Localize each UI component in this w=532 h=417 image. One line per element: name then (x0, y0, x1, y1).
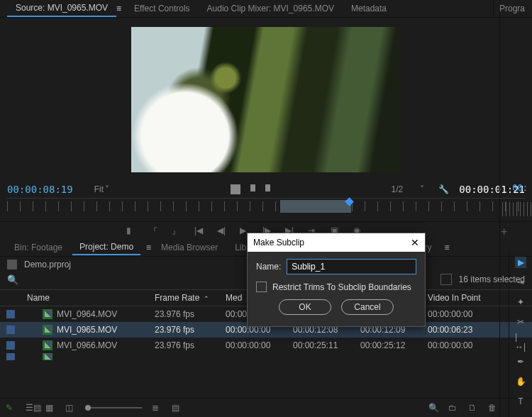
tab-project[interactable]: Project: Demo (72, 240, 140, 255)
cell-video-in: 00:00:06:23 (428, 325, 495, 335)
clip-name: MVI_0966.MOV (57, 340, 117, 350)
razor-tool-icon[interactable]: ✂ (515, 316, 526, 328)
source-monitor-tabs: Source: MVI_0965.MOV Effect Controls Aud… (0, 0, 532, 18)
cell-frame-rate: 23.976 fps (155, 325, 226, 335)
cell-media-dur: 00:00:25:12 (360, 340, 428, 350)
row-checkbox[interactable] (6, 341, 15, 350)
row-checkbox[interactable] (6, 326, 15, 334)
button-editor-icon[interactable]: + (501, 226, 511, 235)
dialog-title: Make Subclip (253, 238, 304, 248)
tab-media-browser[interactable]: Media Browser (154, 240, 225, 255)
program-time-ruler[interactable] (502, 202, 532, 216)
tool-panel: ▶ ⇥ ✦ ✂ |↔| ✒ ✋ T (509, 250, 532, 417)
source-time-ruler[interactable] (7, 198, 525, 221)
project-bottom-bar: ✎ ☰▤ ▦ ◫ ≣ ▤ 🔍 🗀 🗋 🗑 (0, 398, 532, 417)
ok-button[interactable]: OK (279, 299, 331, 315)
slip-tool-icon[interactable]: |↔| (515, 336, 526, 348)
go-to-in-icon[interactable]: |◀ (194, 226, 204, 235)
close-icon[interactable]: ✕ (411, 237, 419, 248)
cell-video-in: 00:00:00:00 (428, 340, 495, 350)
tab-source[interactable]: Source: MVI_0965.MOV (7, 0, 116, 17)
restrict-label: Restrict Trims To Subclip Boundaries (272, 282, 411, 292)
list-view-icon[interactable]: ☰▤ (26, 403, 35, 413)
table-row[interactable]: MVI_0966.MOV23.976 fps00:00:00:0000:00:2… (0, 338, 532, 353)
settings-icon[interactable]: 🔧 (438, 184, 449, 194)
cell-frame-rate: 23.976 fps (155, 309, 226, 319)
tab-audio-mixer[interactable]: Audio Clip Mixer: MVI_0965.MOV (199, 1, 343, 16)
mark-out-icon[interactable] (250, 184, 270, 191)
ruler-ticks (7, 201, 525, 211)
clip-icon (43, 309, 52, 319)
freeform-view-icon[interactable]: ◫ (65, 403, 75, 413)
new-item-icon[interactable] (440, 274, 452, 285)
selection-tool-icon[interactable]: ▶ (515, 257, 526, 268)
clip-name: MVI_0964.MOV (57, 309, 117, 319)
pen-tool-icon[interactable]: ✒ (515, 356, 526, 367)
cell-media-start: 00:00:00:00 (226, 340, 293, 350)
program-timecode[interactable]: 00: (512, 183, 528, 193)
source-monitor-preview[interactable] (0, 18, 532, 181)
tab-metadata[interactable]: Metadata (343, 1, 395, 16)
icon-view-icon[interactable]: ▦ (45, 403, 55, 413)
mark-out-icon[interactable]: 』 (172, 226, 182, 235)
ripple-edit-tool-icon[interactable]: ✦ (515, 296, 526, 308)
bin-icon[interactable] (7, 260, 17, 269)
project-name: Demo.prproj (24, 260, 71, 269)
cancel-button[interactable]: Cancel (341, 299, 394, 315)
sort-asc-icon: ⌃ (204, 295, 209, 302)
panel-menu-icon[interactable] (146, 243, 151, 252)
panel-menu-icon[interactable] (116, 4, 121, 13)
clip-icon (43, 325, 52, 335)
column-video-in[interactable]: Video In Point (428, 293, 495, 303)
resolution-dropdown[interactable]: 1/2 (392, 184, 404, 194)
monitor-info-bar: 00:00:08:19 Fit˅ 1/2˅ 🔧 00:00:01:21 (0, 181, 532, 198)
restrict-checkbox[interactable] (256, 282, 267, 292)
clip-icon (43, 340, 52, 350)
mark-in-icon[interactable] (231, 184, 240, 194)
tab-effect-controls[interactable]: Effect Controls (126, 1, 198, 16)
column-name[interactable]: Name (21, 293, 155, 303)
pencil-icon[interactable]: ✎ (6, 403, 16, 413)
delete-icon[interactable]: 🗑 (488, 403, 498, 413)
mark-in-icon[interactable]: 『 (149, 226, 159, 235)
in-out-range[interactable] (280, 200, 351, 213)
sort-icon[interactable]: ≣ (152, 403, 162, 413)
name-label: Name: (256, 262, 281, 272)
subclip-name-input[interactable] (287, 259, 416, 274)
new-bin-icon[interactable]: 🗀 (448, 403, 458, 413)
tab-program[interactable]: Progra (493, 0, 532, 17)
search-icon[interactable]: 🔍 (7, 274, 18, 285)
cell-video-in: 00:00:00:00 (428, 309, 495, 319)
timecode-current[interactable]: 00:00:08:19 (7, 184, 73, 195)
cell-media-end: 00:00:25:11 (293, 340, 360, 350)
panel-menu-icon[interactable] (444, 243, 449, 252)
thumbnail-size-slider[interactable] (85, 407, 142, 408)
automate-icon[interactable]: ▤ (172, 403, 182, 413)
track-select-tool-icon[interactable]: ⇥ (515, 277, 526, 288)
clip-name: MVI_0965.MOV (57, 325, 117, 335)
zoom-fit[interactable]: Fit (94, 184, 104, 194)
add-marker-icon[interactable]: ▮ (126, 226, 136, 235)
cell-frame-rate: 23.976 fps (155, 340, 226, 350)
find-icon[interactable]: 🔍 (428, 403, 438, 413)
column-frame-rate[interactable]: Frame Rate⌃ (155, 293, 226, 303)
new-item-icon[interactable]: 🗋 (468, 403, 478, 413)
make-subclip-dialog: Make Subclip ✕ Name: Restrict Trims To S… (247, 233, 426, 327)
type-tool-icon[interactable]: T (515, 396, 526, 407)
row-checkbox[interactable] (6, 310, 15, 318)
hand-tool-icon[interactable]: ✋ (515, 376, 526, 387)
dialog-titlebar[interactable]: Make Subclip ✕ (248, 233, 425, 252)
video-frame (131, 27, 401, 172)
step-back-icon[interactable]: ◀| (217, 226, 227, 235)
tab-bin[interactable]: Bin: Footage (7, 240, 70, 255)
